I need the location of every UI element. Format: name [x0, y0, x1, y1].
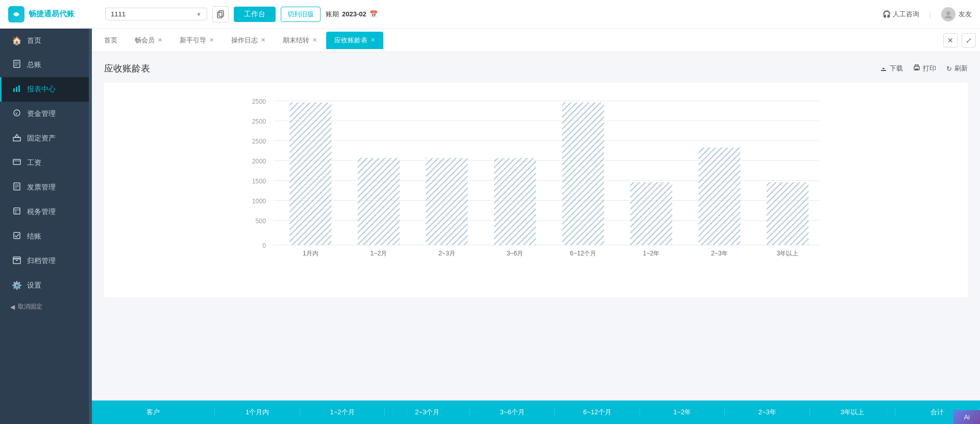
refresh-button[interactable]: ↻ 刷新: [946, 64, 968, 73]
print-label: 打印: [923, 64, 936, 73]
bar-2-3月: [426, 158, 468, 245]
company-name: 1111: [111, 10, 192, 18]
chart-wrapper: 2500 2500 2500 2000 1500 1000 500: [114, 93, 958, 287]
consulting-button[interactable]: 🎧 人工咨询: [883, 10, 919, 19]
main-layout: 🏠 首页 总账 报表中心: [0, 29, 980, 424]
svg-text:1500: 1500: [252, 178, 266, 185]
sidebar-label-checkout: 结账: [27, 232, 41, 241]
tax-icon: [12, 207, 22, 217]
workbench-button[interactable]: 工作台: [234, 7, 276, 22]
tab-member-label: 畅会员: [135, 36, 155, 45]
svg-text:2500: 2500: [252, 118, 266, 125]
print-button[interactable]: 打印: [913, 64, 936, 73]
tab-home-label: 首页: [104, 36, 117, 45]
page-title: 应收账龄表: [104, 62, 150, 75]
sidebar-item-ledger[interactable]: 总账: [0, 53, 92, 77]
logo-area: 畅捷通易代账: [8, 6, 100, 22]
footer-cell-2-3m: 2~3个月: [385, 408, 470, 417]
sidebar-item-settings[interactable]: ⚙️ 设置: [0, 273, 92, 297]
svg-rect-1: [219, 11, 224, 16]
home-icon: 🏠: [12, 36, 22, 45]
sidebar-item-checkout[interactable]: 结账: [0, 224, 92, 249]
sidebar-item-salary[interactable]: 工资: [0, 151, 92, 175]
close-all-tabs-button[interactable]: ✕: [943, 33, 958, 48]
svg-rect-19: [14, 208, 20, 214]
switch-version-button[interactable]: 切到旧版: [281, 7, 321, 22]
sidebar-label-funds: 资金管理: [27, 109, 56, 119]
top-bar-right: 🎧 人工咨询 | 友友: [883, 7, 972, 21]
tab-guide-close[interactable]: ✕: [209, 37, 214, 43]
tab-guide-label: 新手引导: [180, 36, 206, 45]
cancel-fixed-label: 取消固定: [18, 302, 42, 311]
ledger-icon: [12, 60, 22, 70]
sidebar-item-assets[interactable]: 固定资产: [0, 126, 92, 151]
tab-oplog-label: 操作日志: [231, 36, 258, 45]
sidebar-label-salary: 工资: [27, 158, 41, 168]
bar-6-12月: [562, 102, 604, 245]
tab-member-close[interactable]: ✕: [158, 37, 162, 43]
tab-guide[interactable]: 新手引导 ✕: [172, 32, 222, 49]
period-label: 账期: [326, 10, 339, 19]
invoice-icon: [12, 182, 22, 193]
consulting-label: 人工咨询: [893, 10, 919, 19]
tab-home[interactable]: 首页: [96, 32, 126, 49]
sidebar-item-tax[interactable]: 税务管理: [0, 200, 92, 224]
sidebar-item-invoice[interactable]: 发票管理: [0, 175, 92, 200]
ai-label: Ai: [964, 413, 970, 421]
page-content: 应收账龄表 下载: [92, 52, 980, 401]
expand-tabs-button[interactable]: ⤢: [962, 33, 976, 48]
bar-1月内: [289, 102, 331, 245]
download-icon: [880, 64, 887, 73]
tab-oplog[interactable]: 操作日志 ✕: [223, 32, 274, 49]
svg-text:1000: 1000: [252, 198, 266, 205]
svg-text:1月内: 1月内: [303, 250, 318, 257]
download-button[interactable]: 下载: [880, 64, 903, 73]
app-title: 畅捷通易代账: [29, 9, 75, 19]
company-selector[interactable]: 1111 ▼: [105, 8, 207, 20]
calendar-icon[interactable]: 📅: [370, 10, 378, 18]
footer-cell-3y-plus: 3年以上: [810, 408, 895, 417]
tab-period-end[interactable]: 期末结转 ✕: [275, 32, 325, 49]
ai-badge[interactable]: Ai: [953, 410, 980, 424]
refresh-label: 刷新: [954, 64, 968, 73]
bar-2-3年: [698, 148, 740, 245]
tab-oplog-close[interactable]: ✕: [261, 37, 265, 43]
scroll-indicator: [89, 29, 92, 424]
user-name: 友友: [959, 10, 972, 19]
chart-container: 2500 2500 2500 2000 1500 1000 500: [104, 83, 968, 297]
sidebar-item-archive[interactable]: 归档管理: [0, 249, 92, 273]
footer-cell-6-12m: 6~12个月: [555, 408, 640, 417]
sidebar-item-reports[interactable]: 报表中心: [0, 77, 92, 102]
svg-rect-27: [915, 68, 918, 70]
sidebar-label-archive: 归档管理: [27, 256, 56, 266]
company-dropdown-arrow: ▼: [196, 11, 202, 17]
sidebar-label-ledger: 总账: [27, 60, 41, 69]
svg-rect-22: [14, 232, 20, 239]
svg-text:2~3月: 2~3月: [438, 250, 455, 257]
svg-rect-12: [13, 137, 20, 141]
cancel-fixed-button[interactable]: ◀ 取消固定: [0, 297, 92, 316]
download-label: 下载: [890, 64, 903, 73]
tab-member[interactable]: 畅会员 ✕: [127, 32, 170, 49]
svg-text:1~2年: 1~2年: [643, 250, 660, 257]
headset-icon: 🎧: [883, 10, 891, 18]
tab-aging-close[interactable]: ✕: [371, 37, 375, 43]
svg-text:2000: 2000: [252, 158, 266, 165]
svg-rect-9: [18, 85, 20, 92]
svg-text:2500: 2500: [252, 138, 266, 145]
svg-text:0: 0: [262, 242, 266, 249]
top-bar: 畅捷通易代账 1111 ▼ 工作台 切到旧版 账期 2023-02 📅 🎧 人工…: [0, 0, 980, 29]
sidebar-item-funds[interactable]: ¥ 资金管理: [0, 102, 92, 126]
user-area[interactable]: 友友: [941, 7, 972, 21]
period-value: 2023-02: [342, 10, 366, 18]
tab-aging[interactable]: 应收账龄表 ✕: [326, 32, 383, 49]
tabs-bar: 首页 畅会员 ✕ 新手引导 ✕ 操作日志 ✕ 期末结转 ✕ 应收账龄表 ✕: [92, 29, 980, 52]
svg-rect-7: [13, 88, 15, 92]
svg-text:2~3年: 2~3年: [711, 250, 728, 257]
footer-cell-1-2y: 1~2年: [640, 408, 725, 417]
tab-period-end-close[interactable]: ✕: [312, 37, 317, 43]
pin-icon: ◀: [10, 303, 15, 311]
sidebar-item-home[interactable]: 🏠 首页: [0, 29, 92, 53]
copy-icon-btn[interactable]: [212, 6, 229, 22]
funds-icon: ¥: [12, 109, 22, 119]
